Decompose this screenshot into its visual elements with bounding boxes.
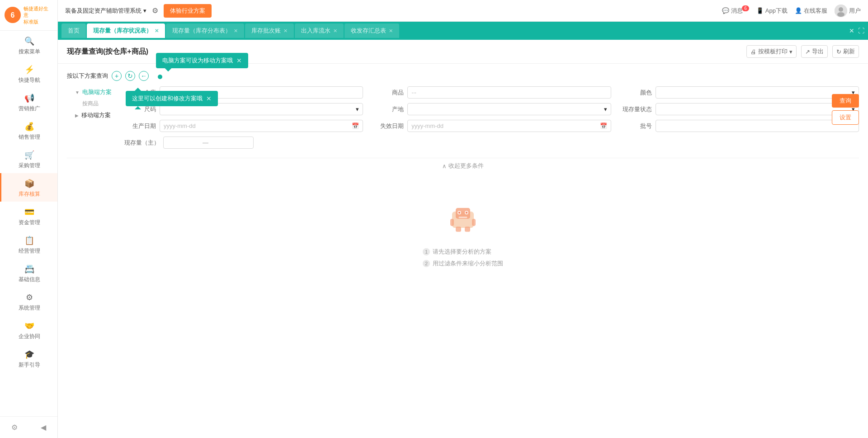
empty-tip-1: 1 请先选择要分析的方案 (423, 246, 503, 258)
scheme-mobile[interactable]: ▶ 移动端方案 (71, 109, 115, 121)
calendar2-icon: 📅 (600, 122, 607, 129)
search-button[interactable]: 查询 (832, 94, 859, 108)
sidebar-item-mgmt[interactable]: 📋 经营管理 (0, 230, 57, 259)
product-input[interactable]: ··· (407, 86, 611, 99)
print-btn[interactable]: 🖨 按模板打印 ▾ (746, 45, 797, 58)
logo-area: 6 畅捷通好生意 标准版 (0, 0, 57, 31)
tooltip2-close-btn[interactable]: ✕ (206, 95, 212, 102)
filter-panel: 按以下方案查询 + ↻ ← 电脑方案可设为移动方案哦 ✕ (58, 64, 868, 174)
origin-chevron: ▾ (604, 106, 607, 113)
tab-close-inventory-status[interactable]: ✕ (155, 28, 159, 34)
filter-exp-date: 失效日期 yyyy-mm-dd 📅 (372, 120, 611, 132)
trial-button[interactable]: 体验行业方案 (164, 4, 212, 18)
app-download-item[interactable]: 📱 App下载 (756, 7, 788, 15)
filter-product: 商品 ··· (372, 86, 611, 99)
msg-item[interactable]: 💬 消息 6 (722, 7, 749, 15)
export-btn[interactable]: ↗ 导出 (801, 45, 828, 58)
msg-badge: 6 (742, 5, 749, 11)
system-select[interactable]: 装备及固定资产辅助管理系统 ▾ (65, 7, 146, 15)
tab-close-all-icon[interactable]: ✕ (849, 27, 854, 34)
tab-inventory-dist[interactable]: 现存量（库存分布表） ✕ (166, 24, 244, 38)
filter-batch: 批号 (620, 120, 859, 132)
svg-text:6: 6 (11, 11, 15, 19)
svg-rect-12 (450, 219, 454, 226)
filter-inventory-main: 现存量（主） — (124, 137, 859, 149)
tab-batch-ledger[interactable]: 库存批次账 ✕ (245, 24, 294, 38)
sidebar-item-sales[interactable]: 💰 销售管理 (0, 116, 57, 145)
sidebar-item-assets[interactable]: 💳 资金管理 (0, 202, 57, 230)
tab-home[interactable]: 首页 (61, 24, 86, 38)
avatar (835, 5, 847, 17)
service-icon: 👤 (795, 7, 802, 14)
tab-fullscreen-icon[interactable]: ⛶ (858, 27, 864, 34)
bottom-settings-btn[interactable]: ⚙ (9, 421, 19, 433)
sidebar-item-system[interactable]: ⚙ 系统管理 (0, 287, 57, 316)
tab-close-recv-summary[interactable]: ✕ (389, 28, 393, 34)
scheme-sub[interactable]: 按商品 (71, 98, 115, 109)
batch-label: 批号 (620, 122, 652, 130)
sidebar-item-coop[interactable]: 🤝 企业协同 (0, 316, 57, 344)
sidebar: 6 畅捷通好生意 标准版 🔍 搜索菜单 ⚡ 快捷导航 📢 营销推广 💰 销售管理… (0, 0, 58, 438)
purchase-icon: 🛒 (24, 150, 34, 160)
inventory-icon: 📦 (24, 179, 34, 188)
sidebar-item-basic[interactable]: 📇 基础信息 (0, 259, 57, 287)
empty-illustration (445, 201, 481, 237)
sidebar-item-marketing[interactable]: 📢 营销推广 (0, 88, 57, 116)
tooltip1-close-btn[interactable]: ✕ (236, 57, 242, 64)
logo-icon: 6 (5, 7, 21, 23)
dot-indicator (158, 75, 162, 79)
sidebar-item-quick[interactable]: ⚡ 快捷导航 (0, 59, 57, 88)
page-title: 现存量查询(按仓库+商品) (67, 47, 148, 57)
header-right: 💬 消息 6 📱 App下载 👤 在线客服 用户 (722, 5, 861, 17)
tab-close-inventory-dist[interactable]: ✕ (234, 28, 238, 34)
filter-back-btn[interactable]: ← (139, 71, 149, 81)
coop-icon: 🤝 (24, 321, 34, 331)
filter-refresh-btn[interactable]: ↻ (125, 71, 135, 81)
inventory-main-input[interactable]: — (163, 137, 254, 149)
scheme-desktop[interactable]: ▼ 电脑端方案 (71, 86, 115, 98)
inventory-to[interactable] (212, 139, 244, 146)
svg-rect-11 (458, 217, 467, 218)
tab-close-batch-ledger[interactable]: ✕ (283, 28, 288, 34)
reset-button[interactable]: 设置 (832, 110, 859, 125)
collapse-row[interactable]: ∧ 收起更多条件 (67, 158, 859, 174)
origin-label: 产地 (372, 105, 404, 113)
inventory-from[interactable] (167, 139, 199, 146)
origin-select[interactable]: ▾ (407, 103, 611, 115)
svg-point-3 (839, 7, 843, 12)
sidebar-item-search[interactable]: 🔍 搜索菜单 (0, 31, 57, 59)
tab-close-in-out-flow[interactable]: ✕ (333, 28, 337, 34)
assets-icon: 💳 (24, 207, 34, 217)
tab-inventory-status[interactable]: 现存量（库存状况表） ✕ (87, 24, 165, 38)
refresh-btn[interactable]: ↻ 刷新 (832, 45, 859, 58)
sidebar-item-newbie[interactable]: 🎓 新手引导 (0, 344, 57, 372)
stock-status-select[interactable]: ▾ (656, 103, 859, 115)
filter-stock-status: 现存量状态 ▾ (620, 103, 859, 115)
content-area: 现存量查询(按仓库+商品) 🖨 按模板打印 ▾ ↗ 导出 ↻ 刷新 (58, 40, 868, 438)
product-label: 商品 (372, 89, 404, 97)
online-service-item[interactable]: 👤 在线客服 (795, 7, 827, 15)
exp-date-input[interactable]: yyyy-mm-dd 📅 (407, 120, 611, 132)
batch-input[interactable] (656, 120, 859, 132)
marketing-icon: 📢 (24, 93, 34, 103)
empty-tip-2: 2 用过滤条件来缩小分析范围 (423, 258, 503, 269)
prod-date-label: 生产日期 (124, 122, 156, 130)
scheme-area: ▼ 电脑端方案 按商品 ▶ 移动端方案 这里可以创建和修改方案哦 ✕ (67, 86, 859, 154)
filter-add-btn[interactable]: + (112, 71, 122, 81)
sidebar-item-purchase[interactable]: 🛒 采购管理 (0, 145, 57, 173)
sidebar-item-inventory[interactable]: 📦 库存核算 (0, 173, 57, 202)
settings-icon[interactable]: ⚙ (152, 6, 158, 15)
svg-point-9 (458, 212, 460, 213)
filter-row-1: 仓库 ··· 商品 ··· (124, 86, 859, 99)
user-item[interactable]: 用户 (835, 5, 861, 17)
sidebar-bottom: ⚙ ◀ (0, 416, 57, 438)
calendar-icon: 📅 (352, 122, 359, 129)
tab-in-out-flow[interactable]: 出入库流水 ✕ (295, 24, 344, 38)
exp-date-label: 失效日期 (372, 122, 404, 130)
color-select[interactable]: ▾ (656, 86, 859, 99)
bottom-collapse-btn[interactable]: ◀ (39, 421, 48, 433)
prod-date-input[interactable]: yyyy-mm-dd 📅 (160, 120, 363, 132)
tab-recv-summary[interactable]: 收发存汇总表 ✕ (344, 24, 399, 38)
phone-icon: 📱 (756, 7, 764, 14)
refresh-icon: ↻ (836, 48, 841, 55)
